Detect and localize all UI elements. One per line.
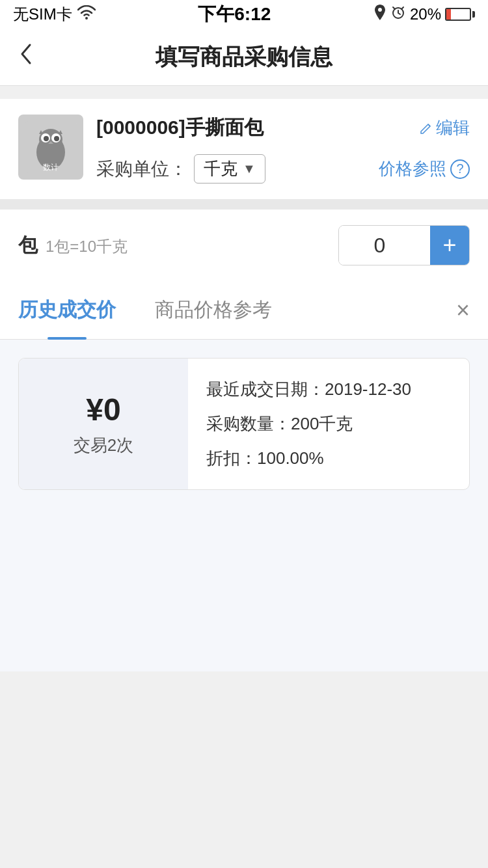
product-thumbnail: 数计 [18, 115, 83, 180]
carrier-label: 无SIM卡 [13, 4, 72, 25]
unit-label: 采购单位： [96, 157, 187, 182]
product-name-text: 手撕面包 [185, 116, 264, 138]
tab-active-underline [47, 337, 87, 340]
tabs-close-button[interactable]: × [456, 297, 470, 324]
discount-row: 折扣：100.00% [206, 446, 451, 471]
help-icon: ? [450, 159, 470, 179]
product-unit-row: 采购单位： 千克 ▼ 价格参照 ? [96, 154, 470, 183]
battery-percentage: 20% [410, 5, 441, 23]
product-name: [0000006]手撕面包 [96, 115, 264, 141]
transaction-left-panel: ¥0 交易2次 [19, 359, 188, 489]
recent-date-value: 2019-12-30 [325, 379, 411, 399]
transaction-right-panel: 最近成交日期：2019-12-30 采购数量：200千克 折扣：100.00% [188, 359, 469, 489]
purchase-qty-label: 采购数量： [206, 414, 291, 433]
recent-date-row: 最近成交日期：2019-12-30 [206, 377, 451, 402]
unit-value: 千克 [204, 157, 237, 180]
svg-point-6 [44, 136, 49, 141]
recent-date-label: 最近成交日期： [206, 379, 325, 399]
dropdown-arrow-icon: ▼ [243, 161, 256, 176]
battery-icon [445, 8, 475, 21]
price-reference-button[interactable]: 价格参照 ? [379, 157, 470, 180]
edit-button[interactable]: 编辑 [419, 116, 470, 139]
status-time: 下午6:12 [198, 2, 271, 27]
purchase-qty-value: 200千克 [291, 414, 353, 433]
back-button[interactable] [16, 40, 34, 74]
transaction-count: 交易2次 [74, 434, 133, 457]
page-title: 填写商品采购信息 [156, 42, 332, 72]
discount-value: 100.00% [257, 448, 324, 468]
status-left: 无SIM卡 [13, 4, 96, 25]
product-info: [0000006]手撕面包 编辑 采购单位： 千克 ▼ 价格参照 ? [96, 115, 470, 183]
product-card: 数计 [0000006]手撕面包 编辑 采购单位： 千克 ▼ [0, 99, 488, 199]
status-bar: 无SIM卡 下午6:12 20% [0, 0, 488, 29]
tab-content: ¥0 交易2次 最近成交日期：2019-12-30 采购数量：200千克 折扣：… [0, 340, 488, 508]
tabs-header: 历史成交价 商品价格参考 × [0, 281, 488, 340]
transaction-price: ¥0 [86, 392, 120, 427]
transaction-card: ¥0 交易2次 最近成交日期：2019-12-30 采购数量：200千克 折扣：… [18, 358, 470, 490]
unit-select[interactable]: 千克 ▼ [194, 154, 265, 183]
nav-bar: 填写商品采购信息 [0, 29, 488, 86]
quantity-plus-button[interactable]: + [430, 226, 469, 265]
svg-text:数计: 数计 [43, 163, 59, 172]
quantity-input-group: + [338, 225, 470, 265]
wifi-icon [77, 5, 96, 23]
product-header: 数计 [0000006]手撕面包 编辑 采购单位： 千克 ▼ [18, 115, 470, 183]
quantity-left: 包 1包=10千克 [18, 232, 128, 259]
svg-point-7 [54, 136, 59, 141]
product-id: [0000006] [96, 116, 185, 138]
unit-badge: 包 [18, 232, 38, 259]
location-icon [373, 5, 386, 24]
main-content: 历史成交价 商品价格参考 × ¥0 交易2次 最近成交日期：2019-12-30… [0, 281, 488, 671]
product-name-row: [0000006]手撕面包 编辑 [96, 115, 470, 141]
status-right: 20% [373, 5, 475, 24]
tab-price-reference[interactable]: 商品价格参考 [155, 281, 272, 340]
alarm-icon [390, 5, 406, 24]
purchase-qty-row: 采购数量：200千克 [206, 411, 451, 437]
quantity-input[interactable] [339, 226, 430, 265]
unit-conversion: 1包=10千克 [46, 236, 128, 257]
quantity-row: 包 1包=10千克 + [0, 210, 488, 281]
tab-history-price[interactable]: 历史成交价 [18, 281, 116, 340]
discount-label: 折扣： [206, 448, 257, 468]
section-divider [0, 199, 488, 210]
